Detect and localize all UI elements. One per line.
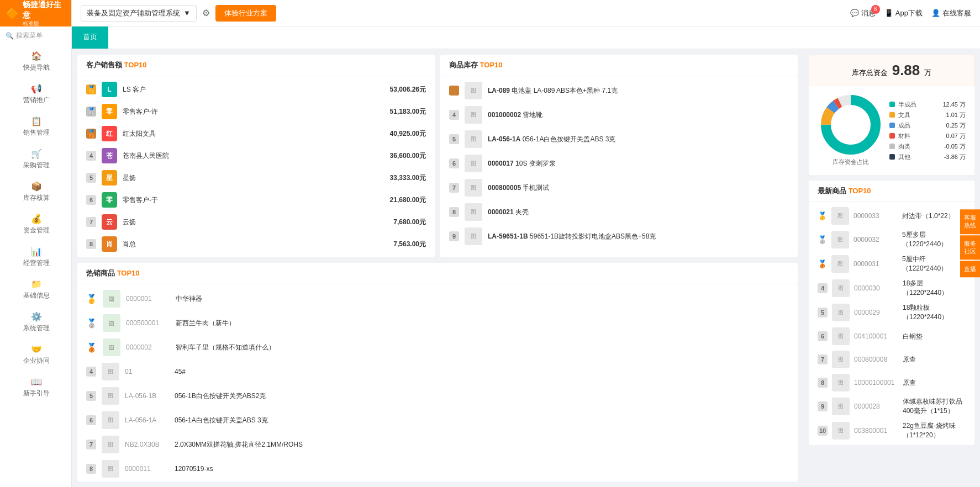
hot-products-header: 热销商品 TOP10 — [77, 263, 798, 284]
float-btn-客服热线[interactable]: 客服热线 — [960, 209, 980, 234]
rank-number: 7 — [449, 183, 459, 193]
settings-icon[interactable]: ⚙ — [202, 8, 210, 18]
legend-name: 肉类 — [898, 142, 941, 151]
trial-btn[interactable]: 体验行业方案 — [215, 5, 276, 22]
nav-icon: ⚙️ — [31, 311, 42, 322]
sidebar-item-营销推广[interactable]: 📢 营销推广 — [0, 78, 71, 110]
customer-value: 21,680.00元 — [390, 195, 426, 205]
sidebar-item-系统管理[interactable]: ⚙️ 系统管理 — [0, 306, 71, 338]
nav-icon: 📊 — [31, 246, 42, 257]
donut-section: 库存资金占比 半成品 12.45 万 文具 1.01 万 成品 0.25 万 材… — [809, 86, 974, 175]
customer-rank-item: 6 零 零售客户-于 21,680.00元 — [77, 189, 435, 211]
product-image: 图 — [465, 155, 482, 172]
product-thumbnail: 🖼 — [103, 338, 120, 356]
product-code: 01 — [125, 368, 169, 375]
float-btn-服务社区[interactable]: 服务社区 — [960, 235, 980, 260]
product-code: 000500001 — [126, 319, 170, 327]
product-info: 0000017 10S 变刺罗浆 — [488, 159, 789, 168]
new-product-code: 0000030 — [854, 284, 898, 292]
sidebar-item-经营管理[interactable]: 📊 经营管理 — [0, 241, 71, 273]
content: 客户销售额 TOP10 🥇 L LS 客户 53,006.26元 🥈 零 零售客… — [72, 49, 980, 487]
sidebar-item-资金管理[interactable]: 💰 资金管理 — [0, 208, 71, 241]
new-product-image: 图 — [832, 351, 850, 368]
new-product-name: 原查 — [903, 355, 966, 364]
inventory-total-unit: 万 — [924, 68, 931, 77]
rank-number: 5 — [86, 173, 96, 183]
product-code: LA-056-1B — [125, 392, 169, 400]
tab-home[interactable]: 首页 — [72, 27, 108, 49]
sidebar-item-新手引导[interactable]: 📖 新手引导 — [0, 371, 71, 404]
new-product-item: 🥇 图 0000033 封边带（1.0*22） — [809, 204, 974, 227]
product-name: 056-1A白色按键开关盖ABS 3克 — [175, 416, 789, 425]
customer-rank-item: 🥈 零 零售客户-许 51,183.00元 — [77, 100, 435, 123]
sidebar-item-销售管理[interactable]: 📋 销售管理 — [0, 110, 71, 143]
product-info: 001000002 雪地靴 — [488, 110, 789, 120]
inventory-rank-item: 图 LA-089 电池盖 LA-089 ABS本色+黑种 7.1克 — [440, 78, 798, 103]
customer-avatar: 苍 — [102, 148, 117, 163]
new-product-item: 🥉 图 0000031 5厘中纤（1220*2440） — [809, 252, 974, 276]
new-product-item: 4 图 0000030 18多层（1220*2440） — [809, 276, 974, 300]
product-name: 2.0X30MM双搓花轴,搓花直径2.1MM/ROHS — [175, 440, 789, 449]
legend-name: 半成品 — [898, 100, 939, 109]
product-info: 000800005 手机测试 — [488, 183, 789, 193]
legend-value: -3.86 万 — [944, 153, 966, 161]
product-image: 图 — [465, 179, 482, 197]
customer-avatar: 云 — [102, 214, 117, 230]
message-badge: 6 — [871, 5, 880, 14]
rank-number: 8 — [449, 207, 459, 217]
customer-rank-list: 🥇 L LS 客户 53,006.26元 🥈 零 零售客户-许 51,183.0… — [77, 76, 435, 257]
inventory-top10-title: 商品库存 TOP10 — [449, 60, 503, 70]
nav-label: 企业协同 — [23, 356, 50, 366]
product-name: 中华神器 — [176, 294, 789, 304]
product-info: LA-089 电池盖 LA-089 ABS本色+黑种 7.1克 — [488, 86, 789, 96]
customer-value: 53,006.26元 — [390, 85, 426, 94]
inventory-rank-list: 图 LA-089 电池盖 LA-089 ABS本色+黑种 7.1克 4 图 00… — [440, 76, 798, 251]
legend-name: 成品 — [898, 121, 943, 130]
sidebar-item-库存核算[interactable]: 📦 库存核算 — [0, 176, 71, 208]
legend-value: 0.07 万 — [946, 132, 966, 140]
customer-rank-item: 🥉 红 红太阳文具 40,925.00元 — [77, 123, 435, 145]
product-thumbnail: 图 — [102, 387, 119, 405]
message-btn[interactable]: 💬 消息 6 — [850, 8, 876, 18]
new-product-item: 9 图 0000028 体缄嘉枚味苏打饮品400毫升（1*15） — [809, 394, 974, 419]
customer-avatar: L — [102, 82, 117, 97]
new-product-image: 图 — [831, 255, 849, 273]
inventory-rank-item: 8 图 0000021 夹壳 — [440, 200, 798, 224]
customer-avatar: 肖 — [102, 236, 117, 252]
customer-name: 零售客户-许 — [123, 107, 384, 117]
new-product-item: 8 图 10000100001 原查 — [809, 371, 974, 394]
new-product-image: 图 — [832, 374, 850, 391]
sidebar: 🔶 畅捷通好生意 标准版 🔍 搜索菜单 🏠 快捷导航📢 营销推广📋 销售管理🛒 … — [0, 0, 72, 487]
rank-number: 4 — [449, 110, 459, 120]
search-menu[interactable]: 🔍 搜索菜单 — [0, 27, 71, 45]
hot-product-item: 🥉 🖼 0000002 智利车子里（规格不知道填什么） — [77, 335, 798, 359]
customer-ranking-title: 客户销售额 TOP10 — [86, 60, 147, 70]
system-selector[interactable]: 装备及固定资产辅助管理系统 ▼ — [81, 5, 197, 22]
online-service-btn[interactable]: 👤 在线客服 — [931, 8, 971, 18]
new-product-code: 0000033 — [853, 212, 898, 220]
inventory-top10-card: 商品库存 TOP10 图 LA-089 电池盖 LA-089 ABS本色+黑种 … — [440, 55, 798, 257]
product-name: 新西兰牛肉（新牛） — [176, 319, 789, 328]
hot-products-list: 🥇 🖼 0000001 中华神器 🥈 🖼 000500001 新西兰牛肉（新牛）… — [77, 284, 798, 481]
sidebar-item-快捷导航[interactable]: 🏠 快捷导航 — [0, 45, 71, 78]
app-download-btn[interactable]: 📱 App下载 — [884, 8, 923, 18]
product-code: NB2.0X30B — [125, 441, 169, 448]
customer-value: 40,925.00元 — [390, 129, 426, 139]
float-btn-直播[interactable]: 直播 — [960, 261, 980, 277]
new-product-name: 18颗粒板（1220*2440） — [903, 303, 966, 322]
product-code: 0000001 — [126, 295, 170, 303]
page-tabs: 首页 — [72, 27, 980, 49]
sidebar-item-采购管理[interactable]: 🛒 采购管理 — [0, 143, 71, 176]
customer-name: 零售客户-于 — [123, 195, 384, 205]
legend-color — [889, 112, 895, 118]
new-product-image: 图 — [831, 207, 849, 225]
sidebar-item-基础信息[interactable]: 📁 基础信息 — [0, 273, 71, 306]
nav-icon: 📖 — [31, 377, 42, 387]
hot-product-item: 4 图 01 45# — [77, 359, 798, 384]
new-product-name: 白钢垫 — [903, 332, 966, 341]
sidebar-item-企业协同[interactable]: 🤝 企业协同 — [0, 338, 71, 371]
customer-name: 苍南县人民医院 — [123, 151, 384, 161]
hot-product-item: 8 图 0000011 12070519-xs — [77, 457, 798, 481]
rank-number: 9 — [449, 231, 459, 241]
rank-number: 7 — [86, 217, 96, 227]
